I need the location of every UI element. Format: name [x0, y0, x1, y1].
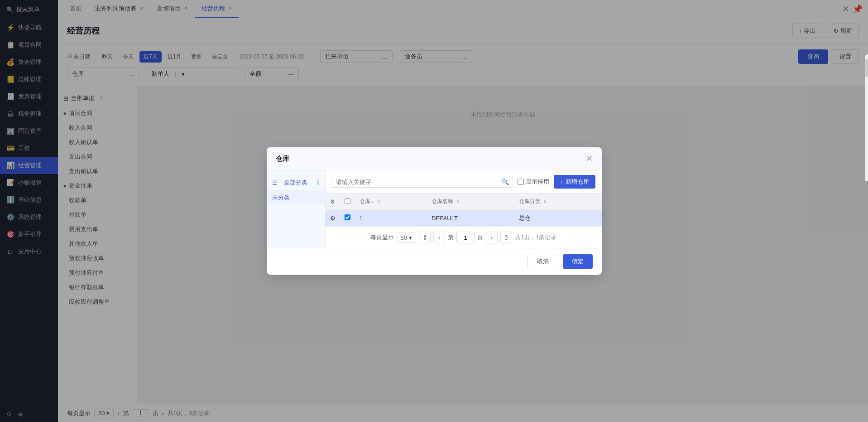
warehouse-table: ⚙ 仓库... ⇅ 仓库名称: [326, 194, 602, 227]
th-name: 仓库名称 ⇅: [427, 194, 514, 210]
modal-footer: 取消 确定: [267, 248, 602, 275]
modal-page-suffix: 页: [477, 233, 483, 242]
show-disabled-label: 显示停用: [526, 178, 549, 186]
th-no: 仓库... ⇅: [355, 194, 427, 210]
modal-prev-page-btn[interactable]: ‹: [433, 232, 445, 243]
settings-icon: ⚙: [330, 199, 335, 205]
add-warehouse-label: 新增仓库: [566, 178, 589, 186]
modal-body: ☰ 全部分类 《 未分类 🔍: [267, 170, 602, 248]
modal-page-input[interactable]: [456, 232, 475, 243]
modal-page-label: 第: [448, 233, 454, 242]
th-category: 仓库分类 ⇅: [514, 194, 602, 210]
modal-first-page-btn[interactable]: ⟪: [419, 232, 431, 243]
modal-toolbar: 🔍 显示停用 + 新增仓库: [326, 170, 602, 194]
search-icon: 🔍: [501, 178, 509, 185]
td-row-settings[interactable]: ⚙: [326, 210, 340, 227]
select-all-checkbox[interactable]: [345, 198, 350, 204]
modal-overlay[interactable]: 仓库 ✕ ☰ 全部分类 《 未分类: [0, 0, 868, 422]
collapse-left-icon[interactable]: 《: [314, 179, 320, 187]
plus-icon: +: [560, 179, 564, 185]
modal-all-category[interactable]: ☰ 全部分类 《: [267, 175, 325, 190]
td-row-check[interactable]: [340, 210, 355, 227]
modal-table: ⚙ 仓库... ⇅ 仓库名称: [326, 194, 602, 227]
modal-right-panel: 🔍 显示停用 + 新增仓库: [326, 170, 602, 248]
modal-uncategorized[interactable]: 未分类: [267, 190, 325, 205]
modal-per-page-select[interactable]: 50 ▾: [397, 233, 416, 243]
modal-search-input[interactable]: [336, 179, 499, 185]
modal-confirm-button[interactable]: 确定: [563, 254, 593, 269]
show-disabled-group: 显示停用: [518, 178, 549, 186]
all-category-icon: ☰: [272, 179, 278, 186]
all-category-label: 全部分类: [284, 179, 307, 187]
table-header-row: ⚙ 仓库... ⇅ 仓库名称: [326, 194, 602, 210]
table-row[interactable]: ⚙ 1 DEFAULT 总仓: [326, 210, 602, 227]
add-warehouse-button[interactable]: + 新增仓库: [554, 175, 595, 189]
name-sort-icon[interactable]: ⇅: [456, 199, 460, 204]
modal-left-panel: ☰ 全部分类 《 未分类: [267, 170, 326, 248]
warehouse-table-body: ⚙ 1 DEFAULT 总仓: [326, 210, 602, 227]
modal-search-box[interactable]: 🔍: [332, 176, 513, 188]
modal-close-btn[interactable]: ✕: [586, 154, 593, 164]
modal-per-page-label: 每页显示: [370, 233, 394, 242]
show-disabled-checkbox[interactable]: [518, 179, 524, 185]
modal-pagination: 每页显示 50 ▾ ⟪ ‹ 第 页 › ⟫ 共1页，1条记录: [326, 227, 602, 248]
warehouse-modal: 仓库 ✕ ☰ 全部分类 《 未分类: [267, 147, 602, 275]
modal-header: 仓库 ✕: [267, 147, 602, 170]
th-check: [340, 194, 355, 210]
category-sort-icon[interactable]: ⇅: [543, 199, 547, 204]
row-checkbox[interactable]: [345, 214, 350, 220]
modal-title: 仓库: [276, 155, 289, 163]
modal-per-page-dropdown: ▾: [409, 234, 412, 241]
modal-next-page-btn[interactable]: ›: [486, 232, 498, 243]
modal-cancel-button[interactable]: 取消: [528, 254, 558, 269]
row-settings-icon: ⚙: [330, 215, 336, 222]
td-row-name: 总仓: [514, 210, 602, 227]
modal-total: 共1页，1条记录: [515, 233, 556, 242]
td-row-no: 1: [355, 210, 427, 227]
td-row-code: DEFAULT: [427, 210, 514, 227]
no-sort-icon[interactable]: ⇅: [378, 199, 381, 204]
modal-last-page-btn[interactable]: ⟫: [500, 232, 512, 243]
th-settings[interactable]: ⚙: [326, 194, 340, 210]
